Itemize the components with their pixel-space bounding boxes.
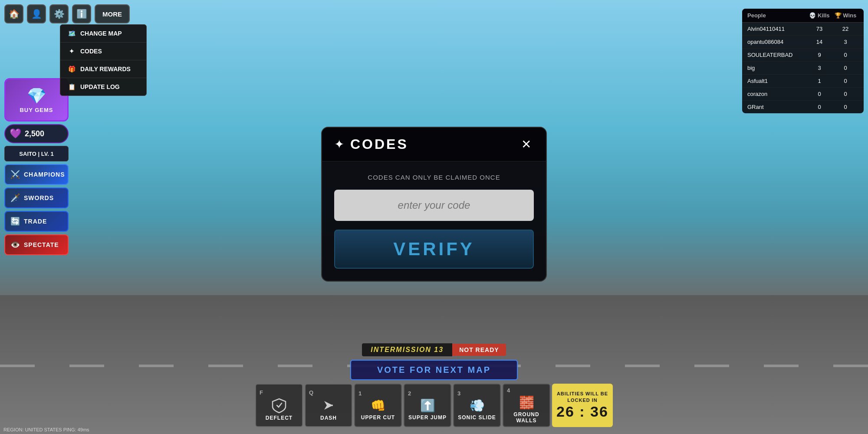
ability-dash[interactable]: Q DASH [305,384,352,427]
ability-bar: F DEFLECT Q DASH 1 👊 UPPER CUT 2 ⬆️ [0,384,868,434]
champions-button[interactable]: ⚔️ CHAMPIONS [4,164,69,185]
dash-icon [321,398,336,413]
player-kills-7: 0 [806,104,832,110]
super-jump-name: SUPER JUMP [408,414,447,421]
player-kills-5: 1 [806,78,832,84]
player-wins-6: 0 [832,91,858,97]
player-kills-2: 14 [806,39,832,45]
ground-walls-icon: 🧱 [519,395,534,410]
champions-icon: ⚔️ [10,170,20,179]
codes-modal: ✦ CODES ✕ CODES CAN ONLY BE CLAIMED ONCE… [321,127,547,282]
ability-deflect[interactable]: F DEFLECT [255,384,303,427]
upper-cut-name: UPPER CUT [361,414,395,421]
trade-icon: 🔄 [10,217,20,226]
spectate-button[interactable]: 👁️ SPECTATE [4,234,69,255]
dropdown-menu: 🗺️ CHANGE MAP ✦ CODES 🎁 DAILY REWARDS 📋 … [60,24,147,96]
info-button[interactable]: ℹ️ [72,4,91,23]
player-name-4: big [747,65,806,71]
daily-rewards-icon: 🎁 [67,65,76,73]
score-row-3: SOULEATERBAD 9 0 [742,49,864,62]
player-wins-2: 3 [832,39,858,45]
settings-button[interactable]: ⚙️ [49,4,69,23]
player-name-2: opantu086084 [747,39,806,45]
dash-key: Q [306,389,313,396]
timer-slot: ABILITIES WILL BE LOCKED IN 26 : 36 [552,384,613,427]
col-wins: 🏆 Wins [832,12,858,19]
home-button[interactable]: 🏠 [4,4,23,23]
currency-amount: 2,500 [25,129,44,138]
trade-label: TRADE [24,218,47,225]
player-wins-5: 0 [832,78,858,84]
swords-button[interactable]: 🗡️ SWORDS [4,187,69,208]
modal-title: CODES [350,136,408,152]
timer-value: 26 : 36 [556,403,608,420]
scoreboard: People 💀 Kills 🏆 Wins Alvin04110411 73 2… [742,9,864,113]
player-name-5: Asfualt1 [747,78,806,84]
player-name-1: Alvin04110411 [747,26,806,32]
scoreboard-header: People 💀 Kills 🏆 Wins [742,9,864,23]
sonic-slide-name: SONIC SLIDE [458,414,496,421]
left-sidebar: 💎 BUY GEMS 💜 2,500 SAITO | LV. 1 ⚔️ CHAM… [4,78,69,255]
score-row-5: Asfualt1 1 0 [742,75,864,88]
player-wins-7: 0 [832,104,858,110]
sparkle-icon: ✦ [334,137,344,151]
spectate-label: SPECTATE [24,241,59,248]
ability-sonic-slide[interactable]: 3 💨 SONIC SLIDE [453,384,501,427]
currency-bar: 💜 2,500 [4,124,69,143]
dropdown-daily-rewards[interactable]: 🎁 DAILY REWARDS [60,60,146,78]
score-row-1: Alvin04110411 73 22 [742,23,864,36]
spectate-icon: 👁️ [10,240,20,250]
player-name-7: GRant [747,104,806,110]
deflect-name: DEFLECT [266,415,293,421]
player-wins-3: 0 [832,52,858,58]
champions-label: CHAMPIONS [24,171,65,178]
deflect-key: F [256,389,263,396]
code-input[interactable] [334,190,534,221]
intermission-bar: INTERMISSION 13 NOT READY [0,343,868,356]
player-name-6: corazon [747,91,806,97]
ability-upper-cut[interactable]: 1 👊 UPPER CUT [354,384,402,427]
swords-label: SWORDS [24,194,54,201]
timer-text: ABILITIES WILL BE LOCKED IN [556,391,609,403]
col-people: People [747,12,806,19]
score-row-4: big 3 0 [742,62,864,75]
upper-cut-key: 1 [355,390,362,397]
ability-ground-walls[interactable]: 4 🧱 GROUND WALLS [503,384,550,427]
gems-icon: 💎 [27,87,46,105]
close-button[interactable]: ✕ [518,136,534,152]
shield-icon [271,398,287,413]
vote-bar: VOTE FOR NEXT MAP [0,360,868,380]
super-jump-icon: ⬆️ [420,398,435,413]
gem-small-icon: 💜 [10,128,21,139]
ability-super-jump[interactable]: 2 ⬆️ SUPER JUMP [404,384,451,427]
trade-button[interactable]: 🔄 TRADE [4,211,69,232]
ground-walls-name: GROUND WALLS [503,411,549,424]
intermission-label: INTERMISSION 13 [362,343,452,356]
dropdown-update-log[interactable]: 📋 UPDATE LOG [60,78,146,95]
player-kills-3: 9 [806,52,832,58]
col-kills: 💀 Kills [806,12,832,19]
buy-gems-button[interactable]: 💎 BUY GEMS [4,78,69,122]
update-log-icon: 📋 [67,82,76,91]
more-button[interactable]: MORE [95,4,130,23]
player-kills-4: 3 [806,65,832,71]
sonic-slide-icon: 💨 [470,398,485,413]
ground-walls-key: 4 [503,387,510,394]
codes-label: CODES [80,48,102,55]
update-log-label: UPDATE LOG [80,83,120,90]
player-kills-6: 0 [806,91,832,97]
modal-header: ✦ CODES ✕ [322,128,546,161]
player-info: SAITO | LV. 1 [4,146,69,161]
profile-button[interactable]: 👤 [27,4,46,23]
super-jump-key: 2 [404,390,411,397]
change-map-label: CHANGE MAP [80,30,122,37]
dropdown-codes[interactable]: ✦ CODES [60,43,146,60]
dropdown-change-map[interactable]: 🗺️ CHANGE MAP [60,25,146,43]
top-left-icons: 🏠 👤 ⚙️ ℹ️ MORE [4,4,130,23]
vote-button[interactable]: VOTE FOR NEXT MAP [350,360,518,380]
verify-button[interactable]: VERIFY [334,230,534,269]
player-kills-1: 73 [806,26,832,32]
sonic-slide-key: 3 [454,390,460,397]
not-ready-label: NOT READY [452,344,506,356]
codes-icon: ✦ [67,47,76,56]
